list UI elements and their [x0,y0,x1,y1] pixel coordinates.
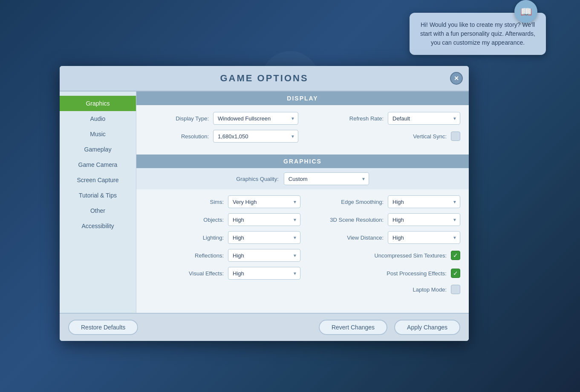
lighting-dropdown[interactable]: High LowMediumVery High [228,231,300,244]
sidebar-item-gameplay[interactable]: Gameplay [60,142,136,157]
uncompressed-checkbox[interactable]: ✓ [451,251,460,260]
dialog-body: Graphics Audio Music Gameplay Game Camer… [60,92,469,313]
post-processing-checkbox[interactable]: ✓ [451,269,460,278]
game-options-dialog: Game Options ✕ Graphics Audio Music Game… [60,66,469,341]
dialog-header: Game Options ✕ [60,66,469,92]
sidebar: Graphics Audio Music Gameplay Game Camer… [60,92,136,313]
sidebar-item-accessibility[interactable]: Accessibility [60,218,136,234]
uncompressed-label: Uncompressed Sim Textures: [374,252,447,259]
footer-center: Revert Changes Apply Changes [319,320,460,335]
dialog-title: Game Options [220,73,308,83]
laptop-mode-checkbox[interactable] [451,285,460,294]
objects-label: Objects: [203,217,224,223]
visual-effects-dropdown-wrapper: High LowMediumVery High [228,267,300,280]
dialog-footer: Restore Defaults Revert Changes Apply Ch… [60,313,469,341]
empty-cell [145,285,300,294]
post-processing-label: Post Processing Effects: [387,270,447,277]
scene-resolution-label: 3D Scene Resolution: [330,217,384,223]
apply-changes-button[interactable]: Apply Changes [394,320,460,335]
restore-defaults-button[interactable]: Restore Defaults [68,320,138,335]
vsync-col: Vertical Sync: [307,132,460,141]
vsync-checkbox[interactable] [451,132,460,141]
content-area: Display Display Type: Windowed Fullscree… [136,92,469,313]
edge-smoothing-cell: Edge Smoothing: High OffLowMediumVery Hi… [305,195,460,208]
refresh-rate-dropdown[interactable]: Default 60 Hz 120 Hz [388,112,460,125]
lighting-cell: Lighting: High LowMediumVery High [145,231,300,244]
view-distance-dropdown-wrapper: High LowMediumVery High [388,231,460,244]
view-distance-dropdown[interactable]: High LowMediumVery High [388,231,460,244]
tooltip-icon: 📖 [514,0,537,23]
quality-dropdown[interactable]: Custom Low Medium High Very High Ultra [284,172,369,185]
tooltip-text: Hi! Would you like to create my story? W… [420,21,535,46]
close-button[interactable]: ✕ [450,72,463,85]
edge-smoothing-dropdown[interactable]: High OffLowMediumVery High [388,195,460,208]
sims-cell: Sims: Very High LowMediumHighUltra [145,195,300,208]
quality-row: Graphics Quality: Custom Low Medium High… [136,168,469,189]
objects-dropdown-wrapper: High LowMediumVery HighUltra [228,213,300,226]
edge-smoothing-dropdown-wrapper: High OffLowMediumVery High [388,195,460,208]
display-type-row: Display Type: Windowed Fullscreen Fullsc… [145,112,460,125]
resolution-row: Resolution: 1,680x1,050 1920x1080 1280x7… [145,130,460,143]
objects-cell: Objects: High LowMediumVery HighUltra [145,213,300,226]
sidebar-item-tutorial-tips[interactable]: Tutorial & Tips [60,188,136,203]
laptop-mode-cell: Laptop Mode: [305,285,460,294]
visual-effects-label: Visual Effects: [189,270,224,277]
vsync-label: Vertical Sync: [413,133,447,140]
sims-label: Sims: [210,199,224,205]
sims-dropdown[interactable]: Very High LowMediumHighUltra [228,195,300,208]
refresh-rate-dropdown-wrapper: Default 60 Hz 120 Hz [388,112,460,125]
tooltip-bubble: 📖 Hi! Would you like to create my story?… [410,13,546,55]
display-type-label: Display Type: [176,115,209,122]
visual-effects-dropdown[interactable]: High LowMediumVery High [228,267,300,280]
display-type-dropdown[interactable]: Windowed Fullscreen Fullscreen Windowed [213,112,298,125]
sims-dropdown-wrapper: Very High LowMediumHighUltra [228,195,300,208]
reflections-cell: Reflections: High OffLowMedium [145,249,300,262]
view-distance-cell: View Distance: High LowMediumVery High [305,231,460,244]
resolution-label: Resolution: [181,133,209,140]
display-section-header: Display [136,92,469,105]
reflections-label: Reflections: [195,252,224,259]
sidebar-item-game-camera[interactable]: Game Camera [60,157,136,172]
uncompressed-cell: Uncompressed Sim Textures: ✓ [305,249,460,262]
display-settings: Display Type: Windowed Fullscreen Fullsc… [136,105,469,155]
display-type-col: Display Type: Windowed Fullscreen Fullsc… [145,112,298,125]
quality-label: Graphics Quality: [236,176,279,182]
lighting-label: Lighting: [203,235,224,241]
sidebar-item-music[interactable]: Music [60,126,136,142]
objects-dropdown[interactable]: High LowMediumVery HighUltra [228,213,300,226]
reflections-dropdown[interactable]: High OffLowMedium [228,249,300,262]
resolution-col: Resolution: 1,680x1,050 1920x1080 1280x7… [145,130,298,143]
refresh-rate-col: Refresh Rate: Default 60 Hz 120 Hz [307,112,460,125]
revert-changes-button[interactable]: Revert Changes [319,320,387,335]
post-processing-cell: Post Processing Effects: ✓ [305,267,460,280]
scene-resolution-cell: 3D Scene Resolution: High LowMediumVery … [305,213,460,226]
sidebar-item-audio[interactable]: Audio [60,111,136,126]
scene-resolution-dropdown-wrapper: High LowMediumVery High [388,213,460,226]
refresh-rate-label: Refresh Rate: [349,115,384,122]
scene-resolution-dropdown[interactable]: High LowMediumVery High [388,213,460,226]
resolution-dropdown-wrapper: 1,680x1,050 1920x1080 1280x720 [213,130,298,143]
visual-effects-cell: Visual Effects: High LowMediumVery High [145,267,300,280]
quality-dropdown-wrapper: Custom Low Medium High Very High Ultra [284,172,369,185]
view-distance-label: View Distance: [347,235,384,241]
sidebar-item-screen-capture[interactable]: Screen Capture [60,172,136,188]
laptop-mode-label: Laptop Mode: [413,286,447,293]
graphics-section-header: Graphics [136,155,469,168]
reflections-dropdown-wrapper: High OffLowMedium [228,249,300,262]
graphics-grid: Sims: Very High LowMediumHighUltra Edge … [136,189,469,300]
lighting-dropdown-wrapper: High LowMediumVery High [228,231,300,244]
edge-smoothing-label: Edge Smoothing: [341,199,384,205]
sidebar-item-other[interactable]: Other [60,203,136,218]
sidebar-item-graphics[interactable]: Graphics [60,96,136,111]
resolution-dropdown[interactable]: 1,680x1,050 1920x1080 1280x720 [213,130,298,143]
display-type-dropdown-wrapper: Windowed Fullscreen Fullscreen Windowed [213,112,298,125]
